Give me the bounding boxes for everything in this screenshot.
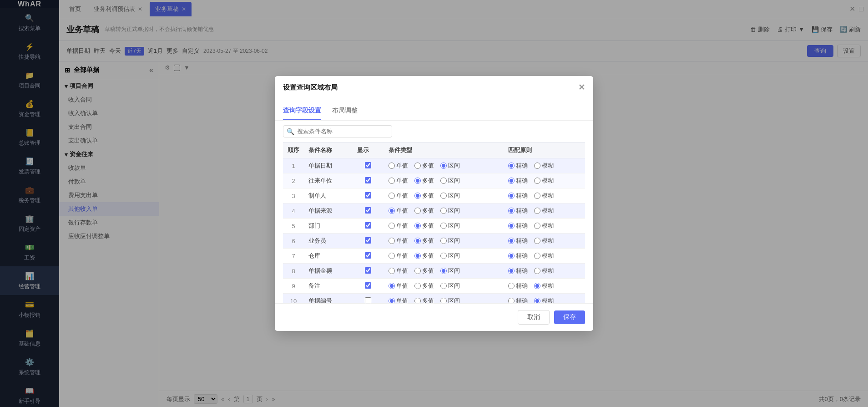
condition-option-多值[interactable]: 多值 <box>414 177 434 185</box>
match-option-模糊[interactable]: 模糊 <box>534 297 554 303</box>
condition-option-区间[interactable]: 区间 <box>440 237 460 245</box>
cell-show[interactable] <box>353 279 384 294</box>
match-option-模糊[interactable]: 模糊 <box>534 162 554 170</box>
condition-option-单值[interactable]: 单值 <box>389 252 408 260</box>
modal-search-icon: 🔍 <box>287 128 294 135</box>
col-match: 匹配原则 <box>504 142 585 158</box>
cell-order: 4 <box>283 204 304 219</box>
condition-option-区间[interactable]: 区间 <box>440 252 460 260</box>
match-option-精确[interactable]: 精确 <box>508 177 528 185</box>
modal-table-row: 2往来单位单值多值区间精确模糊 <box>283 173 585 188</box>
condition-option-单值[interactable]: 单值 <box>389 207 408 215</box>
modal-table-row: 8单据金额单值多值区间精确模糊 <box>283 264 585 279</box>
match-option-精确[interactable]: 精确 <box>508 222 528 230</box>
match-option-模糊[interactable]: 模糊 <box>534 177 554 185</box>
modal-table: 顺序 条件名称 显示 条件类型 匹配原则 1单据日期单值多值区间精确模糊2往来单… <box>283 142 585 303</box>
condition-option-多值[interactable]: 多值 <box>414 222 434 230</box>
show-checkbox[interactable] <box>365 237 371 244</box>
modal-search-input[interactable] <box>283 125 392 137</box>
show-checkbox[interactable] <box>365 252 371 259</box>
cell-show[interactable] <box>353 294 384 304</box>
cell-match: 精确模糊 <box>504 204 585 219</box>
match-option-模糊[interactable]: 模糊 <box>534 222 554 230</box>
condition-option-多值[interactable]: 多值 <box>414 162 434 170</box>
match-option-模糊[interactable]: 模糊 <box>534 282 554 290</box>
modal-tab-field-settings[interactable]: 查询字段设置 <box>283 104 321 120</box>
show-checkbox[interactable] <box>365 222 371 229</box>
show-checkbox[interactable] <box>365 207 371 214</box>
cell-condition-type: 单值多值区间 <box>384 294 504 304</box>
cell-match: 精确模糊 <box>504 234 585 249</box>
show-checkbox[interactable] <box>365 282 371 289</box>
match-option-模糊[interactable]: 模糊 <box>534 237 554 245</box>
match-option-精确[interactable]: 精确 <box>508 267 528 275</box>
cell-name: 制单人 <box>304 188 353 204</box>
match-option-模糊[interactable]: 模糊 <box>534 192 554 200</box>
match-option-精确[interactable]: 精确 <box>508 207 528 215</box>
condition-option-单值[interactable]: 单值 <box>389 267 408 275</box>
condition-option-区间[interactable]: 区间 <box>440 162 460 170</box>
match-option-模糊[interactable]: 模糊 <box>534 267 554 275</box>
condition-option-区间[interactable]: 区间 <box>440 207 460 215</box>
cell-condition-type: 单值多值区间 <box>384 173 504 188</box>
match-option-精确[interactable]: 精确 <box>508 252 528 260</box>
match-option-精确[interactable]: 精确 <box>508 192 528 200</box>
condition-option-单值[interactable]: 单值 <box>389 237 408 245</box>
condition-option-多值[interactable]: 多值 <box>414 207 434 215</box>
condition-option-单值[interactable]: 单值 <box>389 177 408 185</box>
cell-name: 往来单位 <box>304 173 353 188</box>
cell-match: 精确模糊 <box>504 158 585 173</box>
cell-show[interactable] <box>353 234 384 249</box>
condition-option-区间[interactable]: 区间 <box>440 192 460 200</box>
condition-option-单值[interactable]: 单值 <box>389 192 408 200</box>
condition-option-多值[interactable]: 多值 <box>414 192 434 200</box>
condition-option-区间[interactable]: 区间 <box>440 222 460 230</box>
cell-condition-type: 单值多值区间 <box>384 234 504 249</box>
match-option-模糊[interactable]: 模糊 <box>534 252 554 260</box>
condition-option-多值[interactable]: 多值 <box>414 297 434 303</box>
condition-option-单值[interactable]: 单值 <box>389 282 408 290</box>
condition-option-单值[interactable]: 单值 <box>389 297 408 303</box>
condition-option-多值[interactable]: 多值 <box>414 252 434 260</box>
show-checkbox[interactable] <box>365 192 371 198</box>
condition-option-区间[interactable]: 区间 <box>440 177 460 185</box>
cell-show[interactable] <box>353 219 384 234</box>
cell-show[interactable] <box>353 264 384 279</box>
modal: 设置查询区域布局 ✕ 查询字段设置 布局调整 🔍 顺序 <box>275 76 593 331</box>
cell-show[interactable] <box>353 173 384 188</box>
cell-order: 6 <box>283 234 304 249</box>
modal-save-button[interactable]: 保存 <box>554 310 585 324</box>
condition-option-区间[interactable]: 区间 <box>440 297 460 303</box>
match-option-模糊[interactable]: 模糊 <box>534 207 554 215</box>
modal-close-button[interactable]: ✕ <box>578 82 585 92</box>
modal-overlay: 设置查询区域布局 ✕ 查询字段设置 布局调整 🔍 顺序 <box>0 0 868 407</box>
condition-option-区间[interactable]: 区间 <box>440 267 460 275</box>
match-option-精确[interactable]: 精确 <box>508 282 528 290</box>
match-option-精确[interactable]: 精确 <box>508 237 528 245</box>
show-checkbox[interactable] <box>365 267 371 274</box>
cell-name: 备注 <box>304 279 353 294</box>
condition-option-区间[interactable]: 区间 <box>440 282 460 290</box>
cell-show[interactable] <box>353 158 384 173</box>
cell-name: 部门 <box>304 219 353 234</box>
cell-match: 精确模糊 <box>504 249 585 264</box>
cell-show[interactable] <box>353 204 384 219</box>
cell-match: 精确模糊 <box>504 279 585 294</box>
cell-name: 单据来源 <box>304 204 353 219</box>
cell-show[interactable] <box>353 249 384 264</box>
condition-option-多值[interactable]: 多值 <box>414 282 434 290</box>
modal-table-row: 7仓库单值多值区间精确模糊 <box>283 249 585 264</box>
match-option-精确[interactable]: 精确 <box>508 297 528 303</box>
condition-option-单值[interactable]: 单值 <box>389 222 408 230</box>
show-checkbox[interactable] <box>365 297 371 304</box>
show-checkbox[interactable] <box>365 177 371 183</box>
modal-table-row: 6业务员单值多值区间精确模糊 <box>283 234 585 249</box>
condition-option-多值[interactable]: 多值 <box>414 237 434 245</box>
condition-option-多值[interactable]: 多值 <box>414 267 434 275</box>
condition-option-单值[interactable]: 单值 <box>389 162 408 170</box>
cell-show[interactable] <box>353 188 384 204</box>
show-checkbox[interactable] <box>365 162 371 168</box>
modal-tab-layout[interactable]: 布局调整 <box>332 104 358 120</box>
match-option-精确[interactable]: 精确 <box>508 162 528 170</box>
cancel-button[interactable]: 取消 <box>518 310 550 325</box>
